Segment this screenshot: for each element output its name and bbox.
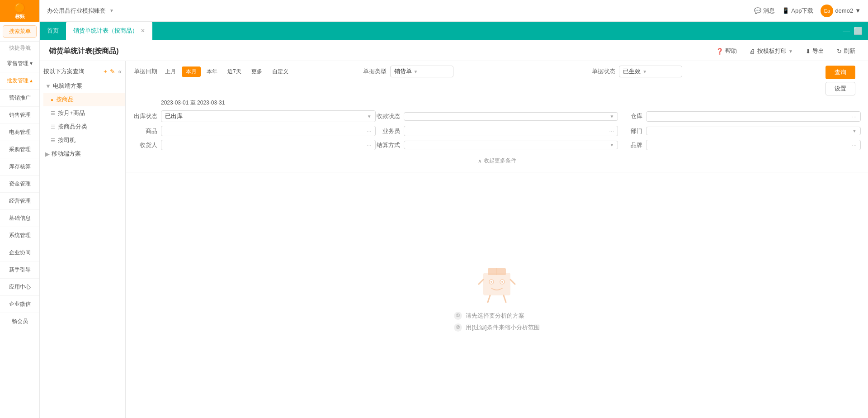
logo-icon: 🟠 [14,2,25,13]
receiver-dots: ··· [367,142,372,148]
window-maximize-button[interactable]: ⬜ [854,27,863,35]
action-buttons: 查询 设置 [820,66,861,95]
sidebar-item-sales[interactable]: 销售管理 [0,107,39,124]
receipt-status-select[interactable]: ▼ [404,112,618,121]
search-menu-button[interactable]: 搜索菜单 [3,25,37,38]
out-status-select[interactable]: 已出库 ▼ [161,110,376,122]
doc-type-dropdown-icon: ▼ [414,69,418,74]
user-name: demo2 [835,7,853,14]
refresh-label: 刷新 [844,47,855,55]
sidebar-item-retail[interactable]: 零售管理 ▾ [0,55,39,72]
warehouse-select[interactable]: ··· [646,111,861,122]
add-scheme-button[interactable]: + [104,68,107,75]
scheme-label: 按司机 [58,136,75,144]
collapse-conditions-button[interactable]: ∧ 收起更多条件 [133,154,861,167]
scheme-by-product-cat[interactable]: ☰ 按商品分类 [43,120,125,133]
date-tab-last-month[interactable]: 上月 [161,66,180,77]
brand-label: 品牌 [618,141,646,149]
window-minimize-button[interactable]: — [843,27,850,35]
sidebar-item-system[interactable]: 系统管理 [0,227,39,244]
sidebar-item-member[interactable]: 畅会员 [0,313,39,330]
scheme-by-product[interactable]: ● 按商品 [43,93,125,106]
message-label: 消息 [763,7,775,15]
sidebar-item-wholesale[interactable]: 批发管理 ▴ [0,72,39,90]
payment-select[interactable]: ▼ [404,141,618,149]
row3: 商品 ··· 业务员 ··· [133,126,861,136]
sidebar-item-finance[interactable]: 资金管理 [0,176,39,193]
tip1-text: 请先选择要分析的方案 [466,312,524,320]
sidebar-item-inventory[interactable]: 库存核算 [0,158,39,176]
sidebar-item-basic[interactable]: 基础信息 [0,210,39,227]
product-select[interactable]: ··· [161,126,376,136]
scheme-label: 按商品分类 [58,123,87,131]
refresh-button[interactable]: ↻ 刷新 [833,45,859,57]
salesperson-select[interactable]: ··· [404,126,618,136]
print-button[interactable]: 🖨 按模板打印 ▼ [746,45,797,57]
query-button[interactable]: 查询 [826,66,855,79]
page-actions: ❓ 帮助 🖨 按模板打印 ▼ ⬇ 导出 ↻ 刷新 [712,45,859,57]
sidebar-item-appcenter[interactable]: 应用中心 [0,279,39,296]
empty-tip-1: ① 请先选择要分析的方案 [454,312,539,320]
breadcrumb-dropdown-icon[interactable]: ▼ [109,8,114,13]
settings-button[interactable]: 设置 [826,82,855,95]
sidebar-item-ecommerce[interactable]: 电商管理 [0,124,39,141]
date-tab-this-month[interactable]: 本月 [182,66,201,77]
date-tab-this-year[interactable]: 本年 [203,66,222,77]
collapse-panel-button[interactable]: « [118,68,122,75]
breadcrumb-text: 办公用品行业模拟账套 [47,7,106,15]
sidebar-item-wechat[interactable]: 企业微信 [0,296,39,313]
date-tab-more[interactable]: 更多 [247,66,266,77]
department-select[interactable]: ▼ [646,127,861,135]
empty-tip-2: ② 用[过滤]条件来缩小分析范围 [454,323,539,332]
sidebar-item-newbie[interactable]: 新手引导 [0,261,39,279]
app-download-button[interactable]: 📱 App下载 [782,7,813,15]
doc-status-value: 已生效 [623,67,641,76]
tab-sales-stat[interactable]: 销货单统计表（按商品） ✕ [66,22,152,40]
doc-type-select[interactable]: 销货单 ▼ [390,66,453,77]
mobile-scheme-label: 移动端方案 [52,150,81,158]
scheme-icon: ● [51,97,53,102]
salesperson-label: 业务员 [376,127,404,135]
tip1-num: ① [454,312,462,320]
svg-rect-0 [483,273,510,295]
sidebar-item-enterprise[interactable]: 企业协同 [0,244,39,261]
out-status-value: 已出库 [165,112,365,120]
edit-scheme-button[interactable]: ✎ [110,68,115,75]
brand-select[interactable]: ··· [646,140,861,150]
mobile-scheme-group-header[interactable]: ▶ 移动端方案 [40,147,125,161]
warehouse-cell: 仓库 ··· [618,111,861,122]
sidebar-item-marketing[interactable]: 营销推广 [0,90,39,107]
receiver-select[interactable]: ··· [161,140,376,150]
scheme-icon: ☰ [51,124,55,130]
product-dots: ··· [367,128,372,134]
quick-nav-label[interactable]: 快捷导航 [0,42,39,55]
tab-home[interactable]: 首页 [40,22,66,40]
doc-status-cell: 单据状态 已生效 ▼ [591,66,820,77]
doc-type-cell: 单据类型 销货单 ▼ [362,66,591,77]
tab-bar: 首页 销货单统计表（按商品） ✕ — ⬜ [40,22,868,40]
warehouse-dots: ··· [852,113,857,120]
message-button[interactable]: 💬 消息 [754,7,775,15]
left-panel-action-icons: + ✎ « [104,68,122,75]
date-tab-7days[interactable]: 近7天 [223,66,245,77]
sidebar-item-operations[interactable]: 经营管理 [0,193,39,210]
out-status-cell: 出库状态 已出库 ▼ [133,110,376,122]
export-button[interactable]: ⬇ 导出 [802,45,828,57]
salesperson-cell: 业务员 ··· [376,126,618,136]
pc-scheme-group: ▼ 电脑端方案 ● 按商品 ☰ 按月+商品 ☰ [40,79,125,147]
pc-scheme-group-header[interactable]: ▼ 电脑端方案 [40,79,125,93]
scheme-by-month-product[interactable]: ☰ 按月+商品 [43,106,125,120]
help-button[interactable]: ❓ 帮助 [712,45,741,57]
tab-close-icon[interactable]: ✕ [141,28,145,34]
date-range-text: 2023-03-01 至 2023-03-31 [161,99,225,107]
tab-home-label: 首页 [47,27,59,35]
user-menu[interactable]: Ea demo2 ▼ [821,5,861,17]
user-avatar: Ea [821,5,833,17]
payment-arrow: ▼ [609,142,614,147]
sidebar-item-purchase[interactable]: 采购管理 [0,141,39,158]
print-dropdown-icon[interactable]: ▼ [788,49,793,54]
scheme-by-cashier[interactable]: ☰ 按司机 [43,133,125,147]
doc-status-select[interactable]: 已生效 ▼ [619,66,682,77]
date-range-row: 2023-03-01 至 2023-03-31 [133,99,861,107]
date-tab-custom[interactable]: 自定义 [268,66,292,77]
